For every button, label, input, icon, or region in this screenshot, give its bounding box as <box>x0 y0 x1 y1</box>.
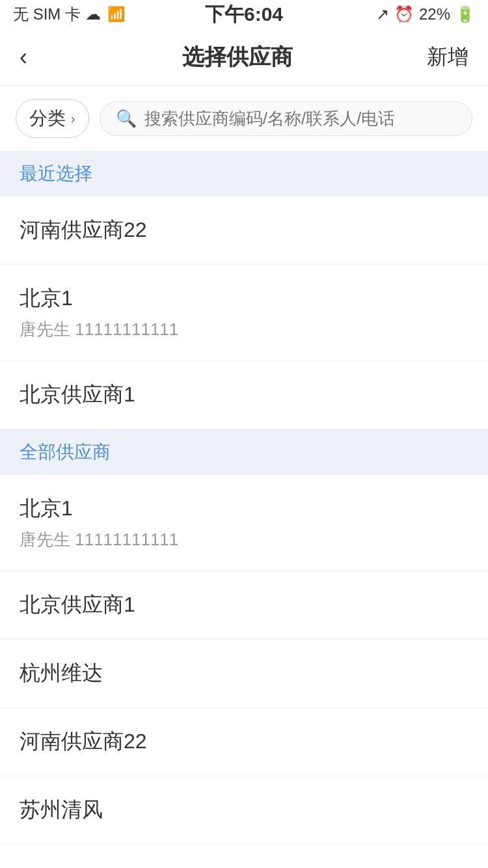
recent-section-label: 最近选择 <box>20 163 92 183</box>
location-icon: ↗ <box>376 5 389 23</box>
recent-section-header: 最近选择 <box>0 151 488 197</box>
list-item[interactable]: 河南供应商22 <box>0 708 488 776</box>
supplier-name: 河南供应商22 <box>20 216 468 245</box>
list-item[interactable]: 北京供应商1 <box>0 361 488 429</box>
supplier-name: 北京供应商1 <box>20 591 468 619</box>
back-button[interactable]: ‹ <box>20 44 59 71</box>
chevron-right-icon: › <box>71 111 75 126</box>
search-icon: 🔍 <box>116 109 137 129</box>
battery-icon: 🔋 <box>455 5 475 23</box>
status-time: 下午6:04 <box>205 1 283 28</box>
category-button[interactable]: 分类 › <box>16 99 89 138</box>
nav-bar: ‹ 选择供应商 新增 <box>0 29 488 86</box>
list-item[interactable]: 河南供应商22 <box>0 197 488 265</box>
filter-bar: 分类 › 🔍 <box>0 86 488 151</box>
list-item[interactable]: 北京1唐先生 11111111111 <box>0 265 488 361</box>
recent-list: 河南供应商22北京1唐先生 11111111111北京供应商1 <box>0 197 488 429</box>
list-item[interactable]: 杭州维达 <box>0 640 488 708</box>
status-bar: 无 SIM 卡 ☁ 📶 下午6:04 ↗ ⏰ 22% 🔋 <box>0 0 488 29</box>
wifi-icon: 📶 <box>107 6 125 23</box>
all-section-label: 全部供应商 <box>20 442 111 462</box>
status-right: ↗ ⏰ 22% 🔋 <box>376 5 475 23</box>
supplier-name: 北京1 <box>20 284 468 313</box>
supplier-name: 北京1 <box>20 495 468 523</box>
supplier-name: 苏州清风 <box>20 796 468 824</box>
add-button[interactable]: 新增 <box>416 43 468 72</box>
supplier-name: 北京供应商1 <box>20 381 468 409</box>
all-section-header: 全部供应商 <box>0 429 488 475</box>
supplier-sub: 唐先生 11111111111 <box>20 318 468 341</box>
supplier-name: 杭州维达 <box>20 659 468 688</box>
search-box: 🔍 <box>100 102 472 136</box>
supplier-name: 河南供应商22 <box>20 727 468 756</box>
status-left: 无 SIM 卡 ☁ 📶 <box>13 4 125 25</box>
no-sim-label: 无 SIM 卡 ☁ <box>13 4 101 25</box>
search-input[interactable] <box>144 109 456 129</box>
list-item[interactable]: 北京1唐先生 11111111111 <box>0 475 488 571</box>
supplier-sub: 唐先生 11111111111 <box>20 528 468 551</box>
battery-label: 22% <box>419 5 450 23</box>
page-title: 选择供应商 <box>59 42 416 72</box>
list-item[interactable]: 苏州清风 <box>0 776 488 845</box>
list-item[interactable]: 北京供应商1 <box>0 571 488 640</box>
category-label: 分类 <box>29 106 66 131</box>
all-list: 北京1唐先生 11111111111北京供应商1杭州维达河南供应商22苏州清风 <box>0 475 488 845</box>
alarm-icon: ⏰ <box>394 5 414 23</box>
